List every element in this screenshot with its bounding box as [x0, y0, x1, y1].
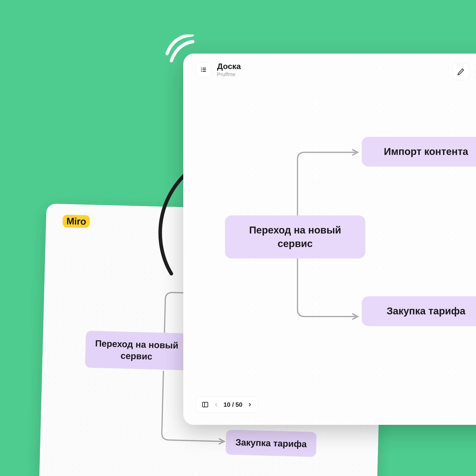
svg-rect-6: [203, 402, 208, 407]
diagram-node-bottom[interactable]: Закупка тарифа: [226, 430, 317, 457]
diagram-node-purchase[interactable]: Закупка тарифа: [362, 296, 476, 326]
list-icon: [200, 67, 207, 73]
pagination-bar: 10 / 50: [196, 396, 258, 413]
toolbar: [452, 63, 476, 80]
board-subtitle: Pruffme: [217, 71, 241, 78]
svg-rect-5: [203, 71, 206, 72]
text-tool-button[interactable]: [475, 63, 476, 80]
prev-page-button[interactable]: [214, 402, 219, 407]
diagram-node-main[interactable]: Переход на новый сервис: [85, 331, 188, 370]
svg-point-4: [201, 71, 202, 72]
miro-logo: Miro: [62, 215, 90, 228]
svg-rect-1: [203, 68, 206, 68]
board-title: Доска: [217, 62, 241, 71]
diagram-node-import[interactable]: Импорт контента: [362, 137, 476, 167]
svg-rect-3: [203, 69, 206, 70]
chevron-right-icon: [247, 402, 253, 407]
pencil-icon: [457, 68, 465, 75]
pencil-tool-button[interactable]: [452, 63, 469, 80]
svg-point-0: [201, 68, 202, 68]
board-header: Доска Pruffme: [196, 62, 241, 78]
panel-toggle-icon[interactable]: [202, 401, 209, 408]
diagram-node-main[interactable]: Переход на новый сервис: [225, 215, 365, 258]
pruffme-board: Доска Pruffme Переход на нов: [183, 53, 476, 425]
page-indicator: 10 / 50: [223, 401, 242, 408]
svg-point-2: [201, 69, 202, 70]
list-menu-button[interactable]: [196, 62, 211, 77]
chevron-left-icon: [214, 402, 219, 407]
next-page-button[interactable]: [247, 402, 253, 407]
